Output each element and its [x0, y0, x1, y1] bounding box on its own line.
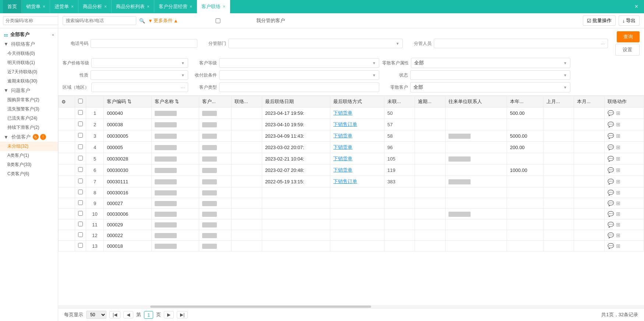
contact-method-link[interactable]: 下销货单 — [333, 144, 352, 150]
grid-action-icon[interactable]: ⊞ — [616, 222, 620, 227]
prev-page-button[interactable]: ◀ — [123, 311, 133, 318]
close-customer-segment-icon[interactable]: × — [190, 4, 192, 9]
settings-icon[interactable]: ⚙ — [61, 99, 66, 105]
row-checkbox[interactable] — [78, 133, 83, 138]
sidebar-item-class-c[interactable]: C类客户(6) — [0, 169, 58, 179]
th-this-month[interactable]: 本月... — [574, 96, 605, 107]
batch-operations-button[interactable]: ☑ 批量操作 — [583, 15, 616, 26]
close-sales-icon[interactable]: × — [43, 4, 45, 9]
chat-icon[interactable]: 💬 — [608, 211, 614, 217]
more-conditions-button[interactable]: ▼ 更多条件 ▲ — [148, 17, 178, 24]
th-code[interactable]: 客户编码 ⇅ — [104, 96, 151, 107]
th-type[interactable]: 客户... — [199, 96, 231, 107]
chat-icon[interactable]: 💬 — [608, 167, 614, 173]
th-last-contact-date[interactable]: 最后联络日期 — [262, 96, 330, 107]
gender-select[interactable]: ▼ — [91, 70, 188, 80]
row-checkbox[interactable] — [78, 222, 83, 226]
manager-select[interactable]: ··· — [434, 39, 608, 48]
query-button[interactable]: 查询 — [617, 31, 640, 42]
search-input[interactable] — [63, 16, 136, 25]
tab-home[interactable]: 首页 — [3, 0, 22, 13]
grid-action-icon[interactable]: ⊞ — [616, 121, 620, 127]
chat-icon[interactable]: 💬 — [608, 144, 614, 150]
tab-product-list[interactable]: 商品分析列表 × — [112, 0, 154, 13]
manager-more-icon[interactable]: ··· — [601, 41, 605, 46]
sidebar-item-class-a[interactable]: A类客户(1) — [0, 151, 58, 160]
retail-attr-select[interactable]: 全部 ▼ — [411, 58, 570, 68]
close-product-list-icon[interactable]: × — [147, 4, 149, 9]
th-settings[interactable]: ⚙ — [59, 96, 75, 107]
close-product-analysis-icon[interactable]: × — [104, 4, 107, 9]
th-uncontacted[interactable]: 未联... — [384, 96, 415, 107]
chat-icon[interactable]: 💬 — [608, 232, 614, 238]
grid-action-icon[interactable]: ⊞ — [616, 110, 620, 116]
per-page-select[interactable]: 50 20 100 — [86, 311, 106, 319]
filter-search-icon[interactable]: 🔍 — [139, 18, 145, 24]
tab-customer-segment[interactable]: 客户分层经营 × — [154, 0, 197, 13]
th-name[interactable]: 客户名称 ⇅ — [151, 96, 199, 107]
region-select[interactable]: ··· — [91, 82, 188, 92]
chat-icon[interactable]: 💬 — [608, 110, 614, 116]
tab-sales[interactable]: 销货单 × — [22, 0, 50, 13]
sidebar-item-tomorrow[interactable]: 明天待联络(1) — [0, 58, 58, 67]
status-select[interactable]: ▼ — [410, 70, 570, 80]
row-checkbox[interactable] — [78, 200, 83, 205]
row-checkbox[interactable] — [78, 211, 83, 216]
row-checkbox[interactable] — [78, 179, 83, 183]
tab-purchase[interactable]: 进货单 × — [50, 0, 78, 13]
contact-method-link[interactable]: 下销货单 — [333, 133, 352, 138]
grid-action-icon[interactable]: ⊞ — [616, 232, 620, 238]
sidebar-collapse-icon[interactable]: « — [52, 32, 54, 37]
customer-level-select[interactable]: ▼ — [219, 58, 379, 68]
th-last-month[interactable]: 上月... — [543, 96, 574, 107]
row-checkbox[interactable] — [78, 243, 83, 248]
phone-input[interactable] — [91, 39, 197, 48]
grid-action-icon[interactable]: ⊞ — [616, 167, 620, 173]
contact-method-link[interactable]: 下销售订单 — [333, 121, 357, 127]
grid-action-icon[interactable]: ⊞ — [616, 179, 620, 184]
contact-method-link[interactable]: 下销售订单 — [333, 179, 357, 184]
row-checkbox[interactable] — [78, 232, 83, 237]
th-overdue[interactable]: 逾期... — [415, 96, 446, 107]
grid-action-icon[interactable]: ⊞ — [616, 211, 620, 217]
sidebar-item-declining[interactable]: 持续下滑客户(2) — [0, 123, 58, 132]
chat-icon[interactable]: 💬 — [608, 243, 614, 249]
sidebar-item-churned[interactable]: 已流失客户(24) — [0, 114, 58, 123]
sidebar-item-ungrouped[interactable]: 未分组(32) — [0, 142, 58, 151]
export-button[interactable]: ↓ 导出 — [619, 15, 640, 26]
th-last-contact-method[interactable]: 最后联络方式 — [330, 96, 384, 107]
grid-action-icon[interactable]: ⊞ — [616, 243, 620, 249]
grid-action-icon[interactable]: ⊞ — [616, 144, 620, 150]
chat-icon[interactable]: 💬 — [608, 179, 614, 184]
contact-method-link[interactable]: 下销货单 — [333, 167, 352, 173]
category-search-input[interactable] — [3, 16, 58, 25]
grid-action-icon[interactable]: ⊞ — [616, 133, 620, 139]
sidebar-group-value[interactable]: ▼ 价值客户 ↻ ! — [0, 132, 58, 142]
chat-icon[interactable]: 💬 — [608, 133, 614, 139]
tab-customer-contact[interactable]: 客户联络 × — [197, 0, 230, 13]
retail-customer-select[interactable]: 全部 ▼ — [410, 82, 570, 92]
sidebar-item-churn-warning[interactable]: 流失预警客户(3) — [0, 105, 58, 114]
all-customers-header[interactable]: ⚏ 全部客户 « — [0, 28, 58, 39]
scrollbar-thumb[interactable] — [150, 306, 371, 308]
contact-method-link[interactable]: 下销货单 — [333, 156, 352, 161]
grid-action-icon[interactable]: ⊞ — [616, 200, 620, 206]
refresh-icon[interactable]: ↻ — [33, 134, 39, 140]
grid-action-icon[interactable]: ⊞ — [616, 156, 620, 162]
row-checkbox[interactable] — [78, 121, 83, 126]
grid-action-icon[interactable]: ⊞ — [616, 190, 620, 195]
horizontal-scrollbar[interactable] — [58, 305, 644, 308]
th-company-contact[interactable]: 往来单位联系人 — [446, 96, 507, 107]
sidebar-group-pending[interactable]: ▼ 待联络客户 — [0, 39, 58, 49]
sidebar-item-today[interactable]: 今天待联络(0) — [0, 49, 58, 58]
first-page-button[interactable]: |◀ — [109, 311, 120, 318]
chat-icon[interactable]: 💬 — [608, 156, 614, 162]
customer-type-select[interactable] — [219, 82, 379, 92]
tab-product-analysis[interactable]: 商品分析 × — [78, 0, 112, 13]
close-all-tabs-button[interactable]: × — [632, 3, 641, 10]
region-more-icon[interactable]: ··· — [181, 85, 185, 90]
my-customers-checkbox[interactable] — [181, 18, 255, 23]
payment-select[interactable]: ▼ — [219, 70, 379, 80]
th-contact[interactable]: 联络... — [231, 96, 262, 107]
row-checkbox[interactable] — [78, 144, 83, 149]
